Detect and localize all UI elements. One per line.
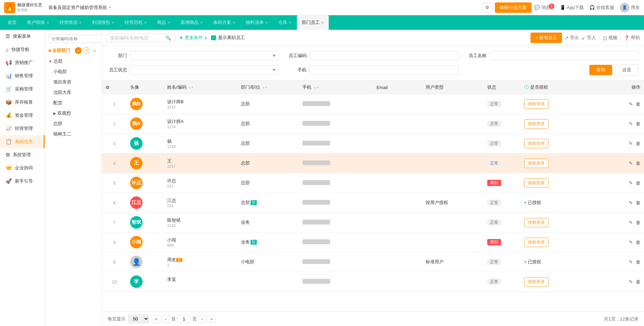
authorize-button[interactable]: 授权登录: [524, 99, 548, 109]
sidebar-item-finance[interactable]: 💰 资金管理: [0, 109, 45, 122]
sidebar-item-collab[interactable]: 🤝 企业协同: [0, 161, 45, 175]
sidebar-item-sales[interactable]: 📊 销售管理: [0, 69, 45, 82]
sidebar-item-search[interactable]: ☰ 搜索菜单: [0, 30, 45, 43]
prev-page-button[interactable]: ‹: [162, 315, 170, 323]
edit-button[interactable]: ✎: [629, 200, 633, 205]
delete-button[interactable]: 🗑: [636, 121, 641, 126]
th-phone[interactable]: 手机 ▲▼: [299, 81, 373, 94]
dept-edit-button[interactable]: ✎: [83, 47, 90, 54]
page-input[interactable]: [177, 315, 191, 323]
dept-tree-item-xd[interactable]: 小电部: [45, 67, 102, 77]
delete-button[interactable]: 🗑: [636, 279, 641, 284]
view-button[interactable]: ◫ 视频: [603, 35, 617, 41]
tab-close-warehouse[interactable]: ✕: [289, 21, 291, 25]
filter-status-select[interactable]: [130, 65, 279, 75]
edit-button[interactable]: ✎: [629, 101, 633, 107]
dept-tree-item-slx[interactable]: ▶ 双鹿想: [45, 108, 102, 118]
sidebar-item-system[interactable]: ⚙ 系统管理: [0, 148, 45, 161]
filter-phone-input[interactable]: [309, 65, 459, 75]
dept-tree-item-zb[interactable]: 总部: [45, 118, 102, 129]
authorize-button[interactable]: 授权登录: [524, 238, 548, 247]
dept-tree-item-hq[interactable]: ▼ 总部: [45, 56, 102, 67]
authorize-button[interactable]: 授权登录: [524, 139, 548, 148]
edit-button[interactable]: ✎: [629, 180, 633, 186]
tab-close-bom[interactable]: ✕: [265, 21, 268, 25]
delete-button[interactable]: 🗑: [636, 259, 641, 265]
edit-button[interactable]: ✎: [629, 279, 633, 284]
tab-close-dept-employee[interactable]: ✕: [321, 21, 324, 25]
tab-department-employee[interactable]: 部门员工 ✕: [297, 15, 329, 30]
tab-customer[interactable]: 客户联络 ✕: [22, 15, 54, 30]
help-button[interactable]: ❓ 帮助: [624, 35, 640, 41]
tab-warehouse[interactable]: 仓库 ✕: [273, 15, 296, 30]
settings-button[interactable]: ⚙: [482, 3, 492, 12]
tab-profit[interactable]: 利润报告 ✕: [87, 15, 119, 30]
tab-close-operation[interactable]: ✕: [79, 21, 82, 25]
tab-close-new-goods[interactable]: ✕: [200, 21, 203, 25]
sidebar-item-marketing[interactable]: 📢 营销推广: [0, 56, 45, 69]
user-profile-button[interactable]: 👤 用友: [620, 3, 640, 12]
delete-button[interactable]: 🗑: [636, 101, 641, 107]
tab-close-barcode[interactable]: ✕: [233, 21, 235, 25]
filter-code-input[interactable]: [309, 51, 459, 60]
edit-button[interactable]: ✎: [629, 121, 633, 126]
app-download-button[interactable]: 📱 App下载: [560, 5, 584, 11]
import-button[interactable]: ↙ 导入: [582, 35, 596, 41]
next-page-button[interactable]: ›: [198, 315, 206, 323]
show-resigned-toggle[interactable]: ✓ 显示离职员工: [211, 35, 245, 41]
sidebar-item-operation[interactable]: 📈 经营管理: [0, 122, 45, 135]
delete-button[interactable]: 🗑: [636, 141, 641, 146]
edit-button[interactable]: ✎: [629, 239, 633, 245]
sort-dept-icon[interactable]: ▲▼: [262, 86, 268, 89]
dept-tree-item-ph[interactable]: 配货: [45, 98, 102, 108]
first-page-button[interactable]: «: [152, 315, 161, 323]
sidebar-item-quicknav[interactable]: ⌂ 快捷导航: [0, 43, 45, 56]
reset-button[interactable]: 设置: [615, 64, 638, 76]
tab-close-profit[interactable]: ✕: [111, 21, 114, 25]
sidebar-item-basic[interactable]: 📋 基础信息: [0, 135, 45, 148]
show-resigned-checkbox[interactable]: ✓: [211, 35, 216, 40]
th-settings[interactable]: ⚙: [102, 81, 127, 94]
add-employee-button[interactable]: + 新增员工: [530, 33, 562, 43]
tab-close-goods[interactable]: ✕: [167, 21, 170, 25]
dept-collapse-button[interactable]: «: [91, 47, 98, 54]
authorize-button[interactable]: 授权登录: [524, 218, 548, 227]
query-button[interactable]: 查询: [589, 65, 612, 75]
tab-bom[interactable]: 物料清单 ✕: [241, 15, 273, 30]
per-page-select[interactable]: 50 100: [128, 315, 149, 323]
online-service-button[interactable]: 🎧 在线客服: [589, 5, 614, 11]
delete-button[interactable]: 🗑: [636, 220, 641, 225]
dept-add-button[interactable]: +: [75, 47, 82, 54]
last-page-button[interactable]: »: [207, 315, 216, 323]
tab-new-goods[interactable]: 新增商品 ✕: [176, 15, 208, 30]
tab-close-customer[interactable]: ✕: [46, 21, 49, 25]
dept-search-input[interactable]: [48, 35, 102, 43]
authorize-button[interactable]: 授权登录: [524, 119, 548, 129]
message-button[interactable]: 💬 消息 5: [534, 5, 554, 11]
search-icon[interactable]: 🔍: [165, 35, 171, 41]
tab-home[interactable]: 首页: [3, 15, 21, 30]
authorize-button[interactable]: 授权登录: [524, 159, 548, 168]
th-dept[interactable]: 部门/职位 ▲▼: [237, 81, 299, 94]
delete-button[interactable]: 🗑: [636, 239, 641, 245]
edit-button[interactable]: ✎: [629, 220, 633, 225]
dept-tree-item-xmkf[interactable]: 项目库房: [45, 77, 102, 87]
delete-button[interactable]: 🗑: [636, 200, 641, 205]
th-name[interactable]: 姓名/编码 ▲▼: [164, 81, 238, 94]
delete-button[interactable]: 🗑: [636, 180, 641, 186]
filter-name-input[interactable]: [489, 51, 638, 60]
delete-button[interactable]: 🗑: [636, 160, 641, 166]
export-button[interactable]: ↗ 导出: [565, 35, 579, 41]
tab-history[interactable]: 经营历程 ✕: [120, 15, 152, 30]
filter-dept-select[interactable]: [130, 51, 279, 60]
edit-button[interactable]: ✎: [629, 141, 633, 146]
dept-tree-item-sydk[interactable]: 沈阳大库: [45, 87, 102, 98]
edit-button[interactable]: ✎: [629, 160, 633, 166]
sort-phone-icon[interactable]: ▲▼: [314, 86, 319, 89]
tab-barcode[interactable]: 条码方案 ✕: [208, 15, 240, 30]
authorize-button[interactable]: 授权登录: [524, 277, 548, 287]
authorize-button[interactable]: 授权登录: [524, 178, 548, 188]
search-input[interactable]: [110, 35, 165, 41]
sort-name-icon[interactable]: ▲▼: [188, 86, 194, 89]
chevron-down-icon[interactable]: ▾: [109, 6, 111, 9]
